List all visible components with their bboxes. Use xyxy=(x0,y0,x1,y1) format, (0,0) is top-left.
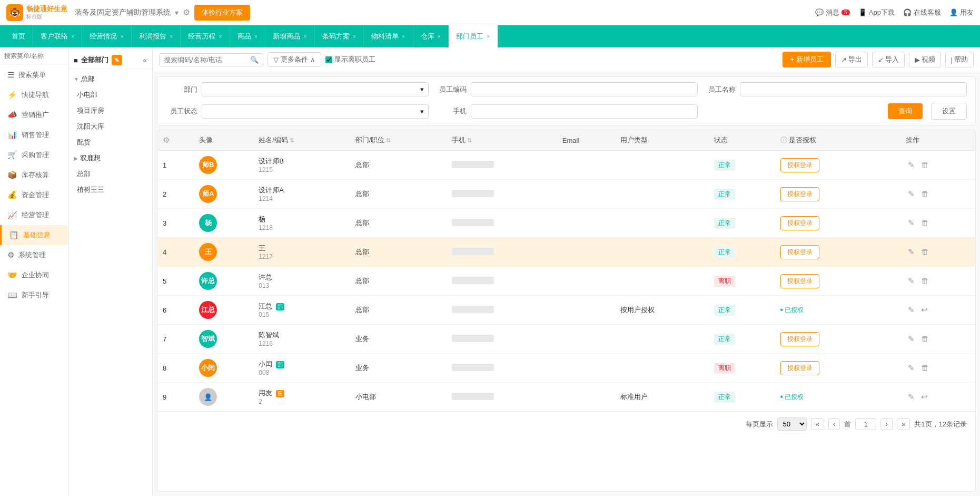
edit-btn[interactable]: ✎ xyxy=(906,333,917,344)
dept-group-双鹿想[interactable]: ▶ 双鹿想 xyxy=(68,150,152,166)
page-size-select[interactable]: 50 100 xyxy=(777,417,807,431)
auth-login-btn[interactable]: 授权登录 xyxy=(780,245,819,259)
app-download-action[interactable]: 📱 App下载 xyxy=(858,8,895,17)
edit-btn[interactable]: ✎ xyxy=(906,362,917,373)
dept-item-label: 总部 xyxy=(77,169,91,179)
settings-icon[interactable]: ⚙ xyxy=(163,135,170,144)
dept-collapse-icon[interactable]: « xyxy=(143,56,147,64)
nav-tab-new-goods[interactable]: 新增商品 × xyxy=(265,25,314,47)
th-settings[interactable]: ⚙ xyxy=(157,130,194,151)
delete-btn[interactable]: 🗑 xyxy=(919,188,931,199)
auth-login-btn[interactable]: 授权登录 xyxy=(780,216,819,230)
sidebar-item-marketing[interactable]: 📣 营销推广 xyxy=(0,105,68,125)
show-resigned-checkbox[interactable] xyxy=(325,56,332,63)
delete-btn[interactable]: 🗑 xyxy=(919,217,931,228)
dept-group-总部[interactable]: ▼ 总部 xyxy=(68,71,152,87)
auth-login-btn[interactable]: 授权登录 xyxy=(780,158,819,172)
last-page-btn[interactable]: » xyxy=(897,418,910,430)
search-submit-icon[interactable]: 🔍 xyxy=(250,56,259,64)
help-label: 帮助 xyxy=(954,55,968,64)
query-button[interactable]: 查询 xyxy=(888,103,923,119)
nav-tab-operation[interactable]: 经营情况 × xyxy=(82,25,131,47)
nav-tab-home[interactable]: 首页 xyxy=(4,25,33,47)
first-page-btn[interactable]: « xyxy=(811,418,824,430)
auth-info-icon[interactable]: ⓘ xyxy=(780,135,787,145)
prev-page-btn[interactable]: ‹ xyxy=(828,418,840,430)
delete-btn[interactable]: 🗑 xyxy=(919,362,931,373)
dept-item-项目库房[interactable]: 项目库房 xyxy=(68,103,152,119)
sidebar-item-mgmt[interactable]: 📈 经营管理 xyxy=(0,205,68,225)
dept-item-电部[interactable]: 小电部 xyxy=(68,87,152,103)
edit-btn[interactable]: ✎ xyxy=(906,246,917,257)
export-button[interactable]: ↗ 导出 xyxy=(835,52,868,67)
delete-btn[interactable]: 🗑 xyxy=(919,275,931,286)
filter-code-input[interactable] xyxy=(471,82,698,96)
nav-tab-history[interactable]: 经营历程 × xyxy=(181,25,230,47)
sidebar-item-sales[interactable]: 📊 销售管理 xyxy=(0,125,68,145)
filter-dept-select[interactable]: ▾ xyxy=(202,82,429,96)
dept-item-总部[interactable]: 总部 xyxy=(68,166,152,182)
sidebar-item-guide[interactable]: 📖 新手引导 xyxy=(0,285,68,305)
trial-button[interactable]: 体验行业方案 xyxy=(194,5,250,21)
nav-tab-warehouse[interactable]: 仓库 × xyxy=(413,25,449,47)
sidebar-search-input[interactable] xyxy=(4,52,68,60)
filter-name-input[interactable] xyxy=(740,82,967,96)
sidebar-item-shortcut[interactable]: ⚡ 快捷导航 xyxy=(0,85,68,105)
sort-phone-icon[interactable]: ⇅ xyxy=(467,137,472,144)
edit-btn[interactable]: ✎ xyxy=(906,188,917,199)
filter-phone-input[interactable] xyxy=(471,104,698,119)
sort-dept-icon[interactable]: ⇅ xyxy=(386,137,391,144)
delete-btn[interactable]: 🗑 xyxy=(919,246,931,257)
sidebar-item-collab[interactable]: 🤝 企业协同 xyxy=(0,265,68,285)
dept-item-配货[interactable]: 配货 xyxy=(68,134,152,150)
delete-btn[interactable]: 🗑 xyxy=(919,333,931,344)
delete-btn[interactable]: 🗑 xyxy=(919,159,931,170)
sidebar-item-basic[interactable]: 📋 基础信息 xyxy=(0,225,68,245)
edit-btn[interactable]: ✎ xyxy=(906,391,917,402)
sidebar-item-finance[interactable]: 💰 资金管理 xyxy=(0,185,68,205)
dept-item-植树王三[interactable]: 植树王三 xyxy=(68,182,152,198)
auth-login-btn[interactable]: 授权登录 xyxy=(780,274,819,288)
video-button[interactable]: ▶ 视频 xyxy=(909,52,941,67)
add-employee-button[interactable]: + 新增员工 xyxy=(783,52,830,67)
sidebar-item-search[interactable]: ☰ 搜索菜单 xyxy=(0,65,68,85)
nav-tab-customer[interactable]: 客户联络 × xyxy=(33,25,82,47)
sidebar-search[interactable]: 🔍 xyxy=(0,47,68,65)
edit-btn[interactable]: ✎ xyxy=(906,217,917,228)
show-resigned-label[interactable]: 显示离职员工 xyxy=(325,55,375,64)
sidebar-item-inventory[interactable]: 📦 库存核算 xyxy=(0,165,68,185)
page-input[interactable] xyxy=(855,418,876,430)
nav-tab-profit[interactable]: 利润报告 × xyxy=(132,25,181,47)
set-button[interactable]: 设置 xyxy=(931,103,967,120)
row-dept: 总部 xyxy=(350,209,447,238)
user-action[interactable]: 👤 用友 xyxy=(949,8,974,17)
nav-tab-barcode[interactable]: 条码方案 × xyxy=(315,25,364,47)
sidebar-item-system[interactable]: ⚙ 系统管理 xyxy=(0,245,68,265)
auth-login-btn[interactable]: 授权登录 xyxy=(780,332,819,346)
next-page-btn[interactable]: › xyxy=(880,418,892,430)
th-phone: 手机 ⇅ xyxy=(447,130,557,151)
sidebar-item-purchase[interactable]: 🛒 采购管理 xyxy=(0,145,68,165)
edit-btn[interactable]: ✎ xyxy=(906,304,917,315)
delete-btn[interactable]: ↩ xyxy=(919,391,930,402)
auth-login-btn[interactable]: 授权登录 xyxy=(780,187,819,201)
nav-tab-dept[interactable]: 部门员工 × xyxy=(449,25,498,47)
search-input[interactable] xyxy=(164,56,248,64)
online-service-action[interactable]: 🎧 在线客服 xyxy=(903,8,941,17)
sort-name-icon[interactable]: ⇅ xyxy=(290,137,294,144)
nav-tab-bom[interactable]: 物料清单 × xyxy=(364,25,413,47)
dept-edit-btn[interactable]: ✎ xyxy=(112,55,122,65)
filter-status-select[interactable]: ▾ xyxy=(202,104,429,119)
message-action[interactable]: 💬 消息 5 xyxy=(815,8,850,17)
delete-btn[interactable]: ↩ xyxy=(919,304,930,315)
edit-btn[interactable]: ✎ xyxy=(906,275,917,286)
gear-icon[interactable]: ⚙ xyxy=(183,7,190,17)
edit-btn[interactable]: ✎ xyxy=(906,159,917,170)
import-button[interactable]: ↙ 导入 xyxy=(872,52,905,67)
dept-item-沈阳大库[interactable]: 沈阳大库 xyxy=(68,119,152,134)
more-conditions-btn[interactable]: ▽ 更多条件 ∧ xyxy=(268,52,321,67)
dropdown-icon[interactable]: ▾ xyxy=(175,8,179,17)
auth-login-btn[interactable]: 授权登录 xyxy=(780,361,819,375)
nav-tab-goods[interactable]: 商品 × xyxy=(230,25,265,47)
help-button[interactable]: | 帮助 xyxy=(945,52,974,67)
